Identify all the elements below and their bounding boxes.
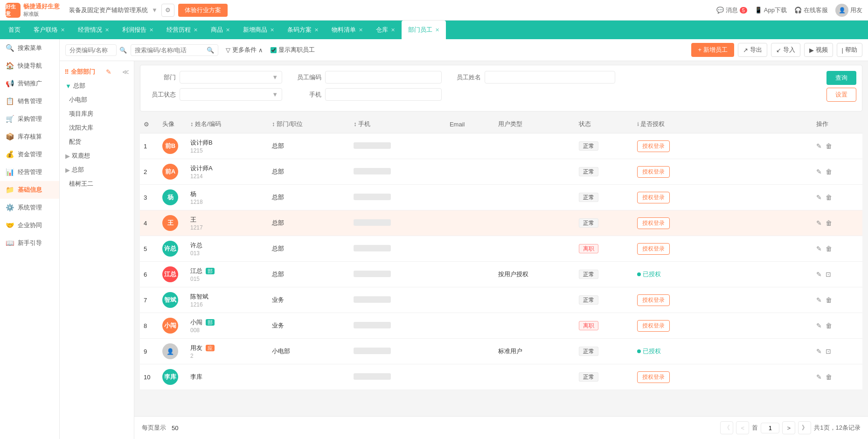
filter-dept-select[interactable]: ▼ bbox=[180, 71, 282, 84]
col-name[interactable]: ↕ 姓名/编码 bbox=[187, 115, 268, 133]
more-filter-button[interactable]: ▽ 更多条件 ∧ bbox=[222, 44, 267, 56]
last-page-button[interactable]: 》 bbox=[798, 421, 811, 434]
app-download-button[interactable]: 📱 App下载 bbox=[755, 6, 787, 14]
first-page-button[interactable]: 《 bbox=[720, 421, 733, 434]
tab-customer-close-icon[interactable]: ✕ bbox=[61, 27, 65, 33]
delete-icon[interactable]: 🗑 bbox=[826, 245, 832, 252]
edit-icon[interactable]: ✎ bbox=[816, 348, 822, 355]
auth-button[interactable]: 授权登录 bbox=[637, 294, 670, 306]
employee-search-input[interactable] bbox=[135, 47, 205, 54]
dept-all-label[interactable]: ⠿ 全部部门 bbox=[64, 68, 95, 76]
next-page-button[interactable]: > bbox=[782, 421, 795, 434]
import-button[interactable]: ↙ 导入 bbox=[771, 43, 800, 57]
tab-employee-close-icon[interactable]: ✕ bbox=[435, 27, 439, 33]
edit-icon[interactable]: ✎ bbox=[816, 245, 822, 252]
edit-icon[interactable]: ✎ bbox=[816, 271, 822, 278]
tab-employee[interactable]: 部门员工 ✕ bbox=[402, 21, 446, 39]
sidebar-item-collab[interactable]: 🤝 企业协同 bbox=[0, 216, 59, 234]
sidebar-item-marketing[interactable]: 📢 营销推广 bbox=[0, 75, 59, 92]
sidebar-item-shortcut[interactable]: 🏠 快捷导航 bbox=[0, 57, 59, 75]
delete-icon[interactable]: 🗑 bbox=[826, 322, 832, 329]
edit-icon[interactable]: ✎ bbox=[816, 219, 822, 227]
employee-search-icon[interactable]: 🔍 bbox=[207, 47, 214, 54]
tab-warehouse[interactable]: 仓库 ✕ bbox=[369, 21, 402, 39]
tab-history[interactable]: 经营历程 ✕ bbox=[160, 21, 204, 39]
export-button[interactable]: ↗ 导出 bbox=[738, 43, 767, 57]
dept-edit-icon[interactable]: ✎ bbox=[106, 68, 111, 76]
view-button[interactable]: ▶ 视频 bbox=[804, 43, 833, 57]
sidebar-item-basic[interactable]: 📁 基础信息 bbox=[0, 181, 59, 199]
prev-page-button[interactable]: < bbox=[736, 421, 749, 434]
dept-tree-parent-zongbu[interactable]: ▼ 总部 bbox=[60, 79, 134, 93]
tab-barcode-close-icon[interactable]: ✕ bbox=[314, 27, 319, 33]
dept-tree-item-xiaodian[interactable]: 小电部 bbox=[60, 93, 134, 107]
tab-history-close-icon[interactable]: ✕ bbox=[194, 27, 198, 33]
dept-tree-item-zhishu[interactable]: 植树王二 bbox=[60, 177, 134, 191]
show-resigned-input[interactable] bbox=[271, 47, 277, 53]
sidebar-item-operation[interactable]: 📊 经营管理 bbox=[0, 163, 59, 181]
edit-icon[interactable]: ✎ bbox=[816, 142, 822, 150]
auth-button[interactable]: 授权登录 bbox=[637, 320, 670, 332]
add-employee-button[interactable]: + 新增员工 bbox=[691, 43, 734, 57]
edit-icon[interactable]: ✎ bbox=[816, 322, 822, 329]
dept-tree-item-delivery[interactable]: 配货 bbox=[60, 135, 134, 149]
show-resigned-checkbox[interactable]: 显示离职员工 bbox=[271, 46, 315, 54]
edit-icon[interactable]: ✎ bbox=[816, 373, 822, 381]
edit-icon[interactable]: ✎ bbox=[816, 168, 822, 175]
tab-goods[interactable]: 商品 ✕ bbox=[204, 21, 236, 39]
col-dept[interactable]: ↕ 部门/职位 bbox=[268, 115, 350, 133]
delete-icon[interactable]: 🗑 bbox=[826, 219, 832, 227]
user-area[interactable]: 👤 用友 bbox=[835, 4, 862, 17]
tab-new-goods[interactable]: 新增商品 ✕ bbox=[236, 21, 281, 39]
set-button[interactable]: 设置 bbox=[826, 88, 856, 102]
auth-button[interactable]: 授权登录 bbox=[637, 192, 670, 203]
delete-icon[interactable]: 🗑 bbox=[826, 373, 832, 381]
col-phone[interactable]: ↕ 手机 bbox=[350, 115, 446, 133]
col-settings[interactable]: ⚙ bbox=[140, 115, 159, 133]
filter-empname-input[interactable] bbox=[485, 71, 615, 84]
online-service-button[interactable]: 🎧 在线客服 bbox=[794, 6, 828, 14]
tab-profit-close-icon[interactable]: ✕ bbox=[149, 27, 153, 33]
tab-customer[interactable]: 客户联络 ✕ bbox=[27, 21, 71, 39]
sidebar-item-sales[interactable]: 📋 销售管理 bbox=[0, 92, 59, 110]
sidebar-item-inventory[interactable]: 📦 库存核算 bbox=[0, 128, 59, 146]
auth-button[interactable]: 授权登录 bbox=[637, 140, 670, 152]
delete-icon[interactable]: 🗑 bbox=[826, 296, 832, 304]
tab-warehouse-close-icon[interactable]: ✕ bbox=[391, 27, 395, 33]
auth-button[interactable]: 授权登录 bbox=[637, 371, 670, 383]
sidebar-item-search[interactable]: 🔍 搜索菜单 bbox=[0, 39, 59, 57]
dept-tree-parent-zongbu2[interactable]: ▶ 总部 bbox=[60, 163, 134, 177]
filter-status-select[interactable]: ▼ bbox=[180, 88, 282, 101]
tab-bom-close-icon[interactable]: ✕ bbox=[359, 27, 363, 33]
dept-collapse-icon[interactable]: ≪ bbox=[122, 68, 129, 76]
edit-icon[interactable]: ✎ bbox=[816, 194, 822, 201]
delete-icon[interactable]: 🗑 bbox=[826, 142, 832, 150]
sidebar-item-finance[interactable]: 💰 资金管理 bbox=[0, 146, 59, 163]
gear-button[interactable]: ⚙ bbox=[161, 4, 174, 17]
messages-button[interactable]: 💬 消息 5 bbox=[716, 6, 747, 14]
sidebar-item-guide[interactable]: 📖 新手引导 bbox=[0, 234, 59, 252]
dept-tree-item-shenyang[interactable]: 沈阳大库 bbox=[60, 121, 134, 135]
copy-icon2[interactable]: ⊡ bbox=[826, 348, 831, 355]
help-button[interactable]: | 帮助 bbox=[837, 43, 862, 57]
tab-bom[interactable]: 物料清单 ✕ bbox=[325, 21, 369, 39]
dept-tree-item-project[interactable]: 项目库房 bbox=[60, 107, 134, 121]
delete-icon[interactable]: 🗑 bbox=[826, 194, 832, 201]
trial-button[interactable]: 体验行业方案 bbox=[178, 4, 228, 17]
auth-button[interactable]: 授权登录 bbox=[637, 243, 670, 255]
tab-operation[interactable]: 经营情况 ✕ bbox=[71, 21, 116, 39]
tab-goods-close-icon[interactable]: ✕ bbox=[226, 27, 230, 33]
search-button[interactable]: 查询 bbox=[826, 71, 856, 85]
edit-icon[interactable]: ✎ bbox=[816, 296, 822, 304]
dept-search-input[interactable] bbox=[65, 44, 117, 56]
filter-phone-input[interactable] bbox=[325, 88, 442, 101]
auth-button[interactable]: 授权登录 bbox=[637, 217, 670, 229]
tab-operation-close-icon[interactable]: ✕ bbox=[105, 27, 109, 33]
auth-button[interactable]: 授权登录 bbox=[637, 166, 670, 178]
delete-icon[interactable]: 🗑 bbox=[826, 168, 832, 175]
page-number-input[interactable] bbox=[761, 423, 779, 433]
tab-new-goods-close-icon[interactable]: ✕ bbox=[270, 27, 274, 33]
copy-icon[interactable]: ⊡ bbox=[826, 271, 831, 278]
dept-search-icon[interactable]: 🔍 bbox=[119, 47, 127, 54]
tab-profit[interactable]: 利润报告 ✕ bbox=[116, 21, 160, 39]
